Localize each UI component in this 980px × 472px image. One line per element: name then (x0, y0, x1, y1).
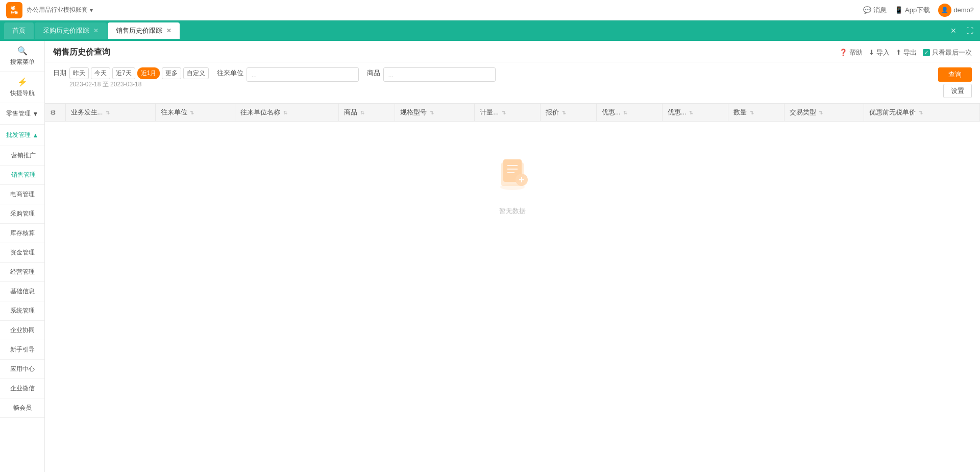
col-biz-date[interactable]: 业务发生... ⇅ (65, 104, 155, 122)
logo-subtitle: 标账 (11, 11, 18, 14)
sort-icon-partner-name: ⇅ (283, 110, 287, 115)
app-title-dropdown[interactable]: 办公用品行业模拟账套 ▾ (27, 6, 93, 14)
col-quote-label: 报价 (546, 108, 559, 116)
sidebar-item-guide[interactable]: 新手引导 (0, 340, 44, 360)
product-filter-label: 商品 (367, 67, 380, 78)
query-button[interactable]: 查询 (938, 67, 972, 82)
col-partner-name-label: 往来单位名称 (240, 108, 280, 116)
close-window-button[interactable]: ✕ (947, 25, 960, 37)
col-discount2[interactable]: 优惠... ⇅ (662, 104, 728, 122)
message-button[interactable]: 💬 消息 (863, 6, 887, 15)
sort-icon-partner-code: ⇅ (190, 110, 194, 115)
dropdown-arrow-icon: ▾ (90, 7, 93, 14)
col-biz-date-label: 业务发生... (71, 108, 103, 116)
sidebar-item-inventory[interactable]: 库存核算 (0, 224, 44, 243)
sidebar-ecommerce-label: 电商管理 (10, 190, 35, 199)
col-trade-type[interactable]: 交易类型 ⇅ (784, 104, 864, 122)
chevron-up-icon: ▲ (33, 132, 39, 139)
table-header-row: ⚙ 业务发生... ⇅ 往来单位 ⇅ 往来单位名称 ⇅ (45, 104, 980, 122)
sidebar-item-system[interactable]: 系统管理 (0, 301, 44, 321)
sidebar-item-wechat[interactable]: 企业微信 (0, 379, 44, 398)
empty-text: 暂无数据 (499, 206, 526, 216)
last7days-btn[interactable]: 近7天 (112, 67, 135, 79)
date-range-display: 2023-02-18 至 2023-03-18 (69, 80, 209, 89)
sidebar-item-ecommerce[interactable]: 电商管理 (0, 185, 44, 204)
date-buttons: 昨天 今天 近7天 近1月 更多 自定义 (69, 67, 209, 79)
help-button[interactable]: ❓ 帮助 (839, 48, 863, 57)
tab-sales[interactable]: 销售历史价跟踪 ✕ (108, 22, 180, 39)
sidebar-enterprise-label: 企业协同 (10, 326, 35, 335)
sidebar-purchase-label: 采购管理 (10, 209, 35, 218)
sidebar-item-marketing[interactable]: 营销推广 (0, 146, 44, 166)
maximize-button[interactable]: ⛶ (964, 25, 976, 37)
sidebar-member-label: 畅会员 (13, 404, 32, 412)
col-unit-label: 计量... (480, 108, 499, 116)
sidebar-item-sales-mgmt[interactable]: 销售管理 (0, 166, 44, 185)
shortcut-icon: ⚡ (17, 77, 28, 87)
col-partner-name[interactable]: 往来单位名称 ⇅ (235, 104, 338, 122)
sort-icon-quantity: ⇅ (750, 110, 754, 115)
import-button[interactable]: ⬇ 导入 (869, 48, 890, 57)
sidebar-item-apps[interactable]: 应用中心 (0, 360, 44, 379)
col-unit[interactable]: 计量... ⇅ (475, 104, 541, 122)
product-input[interactable]: ... (383, 67, 496, 82)
product-filter-group: 商品 ... (367, 67, 496, 82)
export-button[interactable]: ⬆ 导出 (896, 48, 917, 57)
sidebar-item-wholesale[interactable]: 批发管理 ▲ (0, 125, 44, 146)
top-bar-right: 💬 消息 📱 App下载 👤 demo2 (863, 4, 974, 17)
sort-icon-quote: ⇅ (562, 110, 566, 115)
logo-text: 畅 (11, 6, 18, 11)
checkbox-icon: ✓ (923, 49, 930, 56)
help-icon: ❓ (839, 49, 847, 56)
tab-home-label: 首页 (12, 26, 26, 35)
last1month-btn[interactable]: 近1月 (137, 67, 160, 79)
avatar: 👤 (938, 4, 951, 17)
settings-button[interactable]: 设置 (943, 84, 972, 98)
only-last-checkbox[interactable]: ✓ 只看最后一次 (923, 48, 972, 57)
tab-purchase[interactable]: 采购历史价跟踪 ✕ (35, 22, 107, 39)
more-btn[interactable]: 更多 (162, 67, 181, 79)
download-icon: 📱 (895, 6, 903, 14)
tab-bar: 首页 采购历史价跟踪 ✕ 销售历史价跟踪 ✕ ✕ ⛶ (0, 20, 980, 41)
sidebar-item-enterprise[interactable]: 企业协同 (0, 321, 44, 340)
tab-purchase-label: 采购历史价跟踪 (43, 26, 89, 35)
tab-purchase-close[interactable]: ✕ (93, 27, 99, 34)
sidebar-item-basics[interactable]: 基础信息 (0, 282, 44, 301)
table-settings-col[interactable]: ⚙ (45, 104, 65, 122)
filter-bar: 日期 昨天 今天 近7天 近1月 更多 自定义 2023-02-18 至 202… (45, 62, 980, 104)
col-pre-tax-price[interactable]: 优惠前无税单价 ⇅ (864, 104, 979, 122)
col-quote[interactable]: 报价 ⇅ (541, 104, 596, 122)
sidebar-item-shortcut[interactable]: ⚡ 快捷导航 (0, 72, 44, 103)
col-trade-type-label: 交易类型 (790, 108, 816, 116)
help-label: 帮助 (849, 48, 863, 57)
sidebar-operations-label: 经营管理 (10, 268, 35, 276)
yesterday-btn[interactable]: 昨天 (69, 67, 89, 79)
main-layout: 🔍 搜索菜单 ⚡ 快捷导航 零售管理 ▼ 批发管理 ▲ 营销推广 销售管理 电商… (0, 41, 980, 472)
chevron-down-icon: ▼ (33, 110, 39, 117)
user-menu[interactable]: 👤 demo2 (938, 4, 974, 17)
tab-bar-actions: ✕ ⛶ (947, 25, 976, 37)
partner-input[interactable]: ... (247, 67, 359, 82)
col-pre-tax-price-label: 优惠前无税单价 (869, 108, 916, 116)
col-spec[interactable]: 规格型号 ⇅ (395, 104, 474, 122)
col-product[interactable]: 商品 ⇅ (339, 104, 395, 122)
app-logo: 畅 标账 (6, 2, 22, 18)
col-product-label: 商品 (344, 108, 357, 116)
sidebar-item-finance[interactable]: 资金管理 (0, 243, 44, 263)
app-download-button[interactable]: 📱 App下载 (895, 6, 930, 15)
sidebar-item-retail[interactable]: 零售管理 ▼ (0, 103, 44, 125)
col-partner-code[interactable]: 往来单位 ⇅ (155, 104, 235, 122)
sidebar-item-search[interactable]: 🔍 搜索菜单 (0, 41, 44, 72)
tab-home[interactable]: 首页 (4, 22, 34, 39)
sidebar-item-purchase[interactable]: 采购管理 (0, 204, 44, 224)
sidebar-item-member[interactable]: 畅会员 (0, 398, 44, 418)
partner-filter-group: 往来单位 ... (217, 67, 359, 82)
today-btn[interactable]: 今天 (91, 67, 110, 79)
custom-btn[interactable]: 自定义 (183, 67, 209, 79)
tab-sales-close[interactable]: ✕ (166, 27, 172, 34)
col-quantity[interactable]: 数量 ⇅ (728, 104, 784, 122)
sidebar-item-operations[interactable]: 经营管理 (0, 263, 44, 282)
col-discount1[interactable]: 优惠... ⇅ (596, 104, 662, 122)
table-header: ⚙ 业务发生... ⇅ 往来单位 ⇅ 往来单位名称 ⇅ (45, 104, 980, 122)
empty-state: 暂无数据 (45, 122, 980, 246)
